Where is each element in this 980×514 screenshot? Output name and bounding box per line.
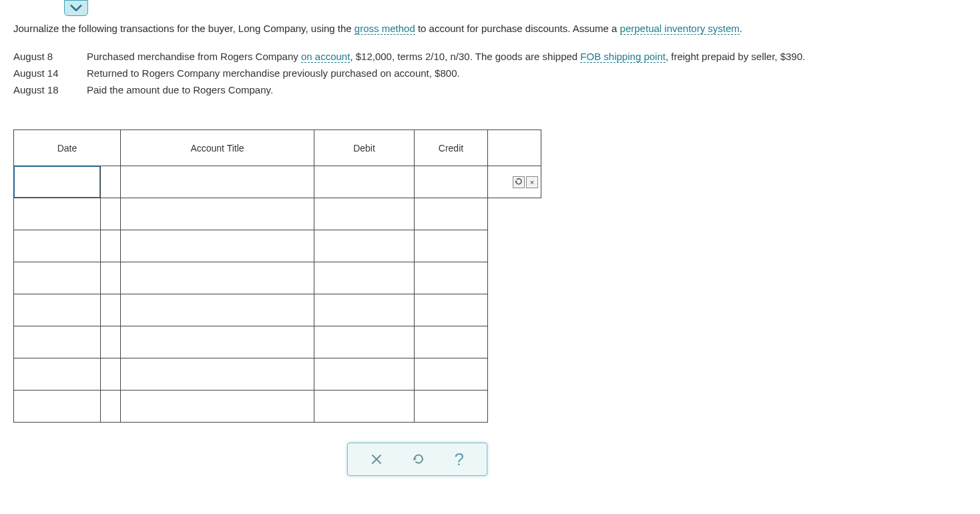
chevron-down-icon <box>70 3 82 13</box>
date-sub-input[interactable] <box>101 198 120 230</box>
add-row-icon <box>515 178 523 186</box>
account-title-input[interactable] <box>121 262 314 294</box>
date-sub-input[interactable] <box>101 262 120 294</box>
debit-input[interactable] <box>314 262 414 294</box>
transaction-list: August 8 Purchased merchandise from Roge… <box>13 49 967 98</box>
account-title-input[interactable] <box>121 166 314 198</box>
debit-input[interactable] <box>314 358 414 390</box>
date-input[interactable] <box>14 262 100 294</box>
transaction-description: Returned to Rogers Company merchandise p… <box>87 65 967 81</box>
table-row <box>14 294 541 326</box>
table-row <box>14 358 541 391</box>
gross-method-link[interactable]: gross method <box>354 23 415 35</box>
transaction-row: August 18 Paid the amount due to Rogers … <box>13 82 967 97</box>
instructions-text: Journalize the following transactions fo… <box>13 21 967 37</box>
debit-input[interactable] <box>314 166 414 198</box>
help-button[interactable]: ? <box>455 449 464 470</box>
date-sub-input[interactable] <box>101 294 120 326</box>
debit-input[interactable] <box>314 294 414 326</box>
header-account: Account Title <box>121 130 314 166</box>
transaction-description: Purchased merchandise from Rogers Compan… <box>87 49 967 64</box>
fob-shipping-point-link[interactable]: FOB shipping point <box>580 51 666 63</box>
date-input[interactable] <box>14 230 100 262</box>
date-input[interactable] <box>14 294 100 326</box>
credit-input[interactable] <box>415 326 487 358</box>
account-title-input[interactable] <box>121 391 314 422</box>
intro-prefix: Journalize the following transactions fo… <box>13 23 354 34</box>
account-title-input[interactable] <box>121 198 314 230</box>
clear-button[interactable] <box>371 453 383 465</box>
on-account-link[interactable]: on account <box>301 51 350 63</box>
reset-button[interactable] <box>412 453 425 466</box>
account-title-input[interactable] <box>121 358 314 390</box>
credit-input[interactable] <box>415 294 487 326</box>
credit-input[interactable] <box>415 391 487 422</box>
date-sub-input[interactable] <box>101 391 120 422</box>
debit-input[interactable] <box>314 230 414 262</box>
date-input[interactable] <box>14 391 100 422</box>
transaction-description: Paid the amount due to Rogers Company. <box>87 82 967 97</box>
credit-input[interactable] <box>415 358 487 390</box>
date-input[interactable] <box>14 166 100 198</box>
table-row <box>14 391 541 423</box>
table-row: × <box>14 166 541 198</box>
transaction-date: August 18 <box>13 82 87 97</box>
date-sub-input[interactable] <box>101 230 120 262</box>
debit-input[interactable] <box>314 198 414 230</box>
date-sub-input[interactable] <box>101 358 120 390</box>
debit-input[interactable] <box>314 391 414 422</box>
header-date: Date <box>14 130 121 166</box>
transaction-date: August 8 <box>13 49 87 64</box>
intro-mid: to account for purchase discounts. Assum… <box>415 23 620 34</box>
transaction-date: August 14 <box>13 65 87 81</box>
transaction-row: August 14 Returned to Rogers Company mer… <box>13 65 967 81</box>
header-extra <box>488 130 541 166</box>
intro-suffix: . <box>740 23 742 34</box>
account-title-input[interactable] <box>121 230 314 262</box>
debit-input[interactable] <box>314 326 414 358</box>
expand-toggle[interactable] <box>64 0 88 16</box>
remove-row-button[interactable]: × <box>526 176 538 188</box>
table-row <box>14 230 541 262</box>
credit-input[interactable] <box>415 262 487 294</box>
header-debit: Debit <box>314 130 415 166</box>
add-row-button[interactable] <box>513 176 525 188</box>
journal-table: Date Account Title Debit Credit × <box>13 130 541 423</box>
table-row <box>14 326 541 358</box>
account-title-input[interactable] <box>121 326 314 358</box>
date-input[interactable] <box>14 198 100 230</box>
perpetual-inventory-link[interactable]: perpetual inventory system <box>620 23 740 35</box>
answer-toolbar: ? <box>347 443 487 476</box>
table-row <box>14 262 541 294</box>
credit-input[interactable] <box>415 166 487 198</box>
credit-input[interactable] <box>415 198 487 230</box>
header-credit: Credit <box>415 130 488 166</box>
date-input[interactable] <box>14 358 100 390</box>
date-input[interactable] <box>14 326 100 358</box>
account-title-input[interactable] <box>121 294 314 326</box>
reset-icon <box>412 453 425 466</box>
date-sub-input[interactable] <box>101 326 120 358</box>
table-row <box>14 198 541 230</box>
date-sub-input[interactable] <box>101 166 120 198</box>
close-icon <box>371 453 383 465</box>
credit-input[interactable] <box>415 230 487 262</box>
transaction-row: August 8 Purchased merchandise from Roge… <box>13 49 967 64</box>
